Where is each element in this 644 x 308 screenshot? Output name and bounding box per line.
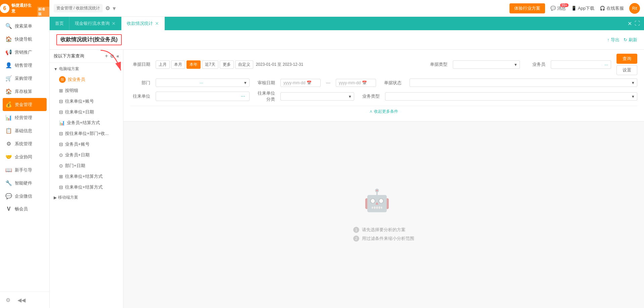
date-btn-more[interactable]: 更多 — [220, 60, 234, 69]
sidebar-item-basic[interactable]: 📋 基础信息 — [0, 124, 49, 137]
bottom-settings-button[interactable]: ⚙ — [3, 295, 13, 305]
scheme-settings-icon[interactable]: ⚙ — [110, 53, 114, 59]
date-btn-this-month[interactable]: 本月 — [171, 60, 185, 69]
scheme-item-salesperson-settle[interactable]: 📊 业务员+结算方式 — [50, 117, 123, 128]
scheme-list: ▼ 电脑端方案 按 按业务员 ⊞ 按明细 ⊟ 往 — [50, 63, 123, 308]
scheme-group-pc-header[interactable]: ▼ 电脑端方案 — [50, 64, 123, 74]
scheme-item-salesperson-date[interactable]: ⊙ 业务员+日期 — [50, 150, 123, 160]
sidebar-item-label: 采购管理 — [15, 75, 32, 82]
doc-type-dropdown-icon: ▾ — [515, 62, 517, 67]
tab-bank-flow-close-icon[interactable]: ✕ — [112, 21, 116, 26]
scheme-item-unit-settle2[interactable]: ⊟ 往来单位+结算方式 — [50, 182, 123, 193]
scheme-collapse-icon[interactable]: « — [116, 53, 119, 59]
tab-home-label: 首页 — [55, 20, 64, 27]
user-avatar[interactable]: Rit — [629, 3, 640, 14]
counterpart-category-select[interactable]: ▾ — [280, 92, 354, 101]
sidebar-item-wechat[interactable]: 💬 企业微信 — [0, 190, 49, 203]
scheme-item-unit-dept[interactable]: ⊟ 按往来单位+部门+收... — [50, 128, 123, 139]
refresh-button[interactable]: ↻ 刷新 — [624, 37, 637, 43]
sidebar-item-quick-nav[interactable]: 🏠 快捷导航 — [0, 33, 49, 46]
scheme-item-dept-date[interactable]: ⊙ 部门+日期 — [50, 160, 123, 171]
main-content: 资金管理 / 收款情况统计 ⚙ ▾ 体验行业方案 💬 消息 99+ 📱 App下… — [50, 0, 644, 308]
business-type-select[interactable]: ▾ — [385, 92, 637, 101]
scheme-item-unit-dept-icon: ⊟ — [59, 131, 63, 136]
date-btn-7days[interactable]: 近7天 — [202, 60, 218, 69]
scheme-group-mobile-header[interactable]: ▶ 移动端方案 — [50, 193, 123, 202]
sidebar-item-member[interactable]: V 畅会员 — [0, 203, 49, 215]
sidebar-item-system[interactable]: ⚙ 系统管理 — [0, 137, 49, 150]
logo-icon: 6 — [0, 4, 9, 13]
scheme-item-unit-settle1[interactable]: ⊞ 往来单位+结算方式 — [50, 171, 123, 182]
bottom-collapse-button[interactable]: ◀◀ — [16, 295, 27, 305]
logo-text: 畅捷通好生意 — [11, 3, 35, 14]
sidebar-item-guide[interactable]: 📖 新手引导 — [0, 163, 49, 176]
app-icon: 📱 — [571, 6, 577, 11]
sidebar-item-label: 搜索菜单 — [15, 23, 32, 29]
app-download-button[interactable]: 📱 App下载 — [571, 5, 594, 11]
scheme-add-icon[interactable]: + — [105, 53, 108, 59]
logo-edition: 标准版 — [37, 7, 49, 17]
tab-collection-stats-close-icon[interactable]: ✕ — [155, 21, 159, 26]
window-maximize-icon[interactable]: ⛶ — [635, 20, 640, 27]
sidebar-item-inventory[interactable]: 🏠 库存核算 — [0, 85, 49, 98]
system-icon: ⚙ — [5, 141, 12, 147]
filter-settings-button[interactable]: 设置 — [616, 65, 637, 75]
empty-illustration: 🤖 — [364, 188, 404, 221]
scheme-header-actions: + ⚙ « — [105, 53, 119, 59]
date-btn-custom[interactable]: 自定义 — [235, 60, 253, 69]
online-service-button[interactable]: 🎧 在线客服 — [600, 5, 624, 11]
counterpart-select[interactable]: ··· — [156, 92, 250, 101]
tab-bank-flow[interactable]: 现金银行流水查询 ✕ — [69, 17, 121, 30]
sidebar-item-operations[interactable]: 📊 经营管理 — [0, 111, 49, 124]
review-date-start[interactable]: yyyy-mm-dd 📅 — [280, 79, 321, 87]
sidebar-item-purchase[interactable]: 🛒 采购管理 — [0, 72, 49, 85]
tab-collection-stats[interactable]: 收款情况统计 ✕ — [121, 17, 165, 30]
top-header: 资金管理 / 收款情况统计 ⚙ ▾ 体验行业方案 💬 消息 99+ 📱 App下… — [50, 0, 644, 17]
filter-row-2: 部门 ··· ▾ 审核日期 yyyy-mm-dd 📅 — — [130, 79, 637, 87]
trial-button[interactable]: 体验行业方案 — [509, 3, 545, 13]
dept-select[interactable]: ··· ▾ — [156, 79, 250, 87]
page-title: 收款情况统计(按业务员) — [56, 34, 122, 45]
sidebar-item-label: 销售管理 — [15, 62, 32, 68]
sidebar-item-capital[interactable]: 💰 资金管理 — [3, 98, 47, 111]
export-button[interactable]: ↑ 导出 — [607, 37, 620, 43]
doc-type-select[interactable]: ▾ — [453, 60, 520, 69]
home-icon: 🏠 — [5, 36, 12, 42]
header-dropdown-icon[interactable]: ▾ — [113, 5, 116, 12]
header-gear-icon[interactable]: ⚙ — [105, 5, 110, 11]
page-header: 收款情况统计(按业务员) ↑ 导出 ↻ 刷新 — [50, 30, 644, 50]
doc-status-select[interactable]: ▾ — [410, 79, 637, 87]
scheme-item-by-detail[interactable]: ⊞ 按明细 — [50, 85, 123, 96]
scheme-item-by-detail-label: 按明细 — [65, 88, 78, 94]
salesperson-select[interactable]: ··· — [551, 60, 611, 69]
sidebar-item-enterprise[interactable]: 🤝 企业协同 — [0, 150, 49, 163]
scheme-group-mobile: ▶ 移动端方案 — [50, 193, 123, 202]
sidebar-item-label: 经营管理 — [15, 115, 32, 121]
window-close-icon[interactable]: ✕ — [628, 20, 632, 27]
collapse-label: 收起更多条件 — [374, 109, 398, 114]
sidebar-item-smart[interactable]: 🔧 智能硬件 — [0, 176, 49, 190]
salesperson-more-icon: ··· — [604, 62, 608, 67]
scheme-item-by-salesperson[interactable]: 按 按业务员 — [50, 74, 123, 85]
scheme-item-salesperson-account[interactable]: ⊟ 业务员+账号 — [50, 139, 123, 150]
date-btn-this-year[interactable]: 本年 — [186, 60, 201, 69]
message-button[interactable]: 💬 消息 99+ — [550, 5, 566, 11]
tip-num-2: 2 — [353, 236, 359, 242]
marketing-icon: 📢 — [5, 49, 12, 55]
scheme-item-by-detail-icon: ⊞ — [59, 88, 63, 93]
scheme-item-unit-account[interactable]: ⊟ 往来单位+账号 — [50, 96, 123, 107]
sidebar-item-marketing[interactable]: 📢 营销推广 — [0, 46, 49, 59]
tab-home[interactable]: 首页 — [50, 17, 69, 30]
scheme-item-unit-date-label: 往来单位+日期 — [65, 109, 94, 115]
date-btn-last-month[interactable]: 上月 — [156, 60, 170, 69]
scheme-item-unit-dept-label: 按往来单位+部门+收... — [65, 131, 109, 137]
enterprise-icon: 🤝 — [5, 154, 12, 160]
scheme-header: 按以下方案查询 + ⚙ « — [50, 50, 123, 63]
sidebar-item-sales[interactable]: 👤 销售管理 — [0, 59, 49, 72]
sidebar-item-search-menu[interactable]: 🔍 搜索菜单 — [0, 19, 49, 33]
collapse-bar[interactable]: ∧ 收起更多条件 — [130, 106, 637, 117]
review-date-end[interactable]: yyyy-mm-dd 📅 — [336, 79, 376, 87]
query-button[interactable]: 查询 — [616, 54, 637, 64]
counterpart-category-dropdown-icon: ▾ — [349, 94, 351, 99]
scheme-item-unit-date[interactable]: ⊟ 往来单位+日期 — [50, 107, 123, 117]
